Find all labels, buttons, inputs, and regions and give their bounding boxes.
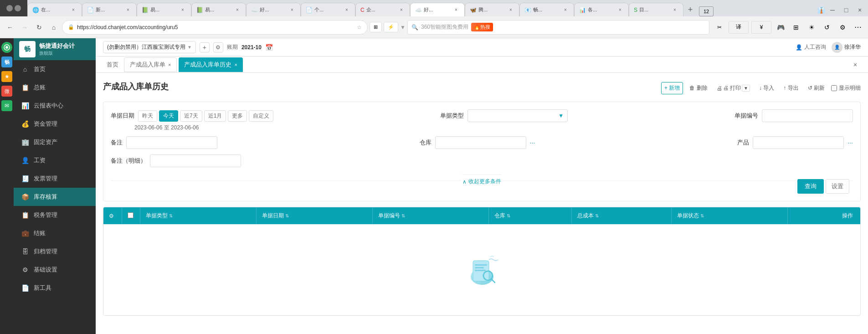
tab-parent-close[interactable]: ×	[168, 62, 171, 67]
help-service[interactable]: 👤 人工咨询	[796, 43, 826, 51]
sidebar-item-tax[interactable]: 📋 税务管理	[14, 206, 96, 224]
scissors-tool[interactable]: ✂	[713, 21, 726, 34]
tab-3[interactable]: 📗 易... ×	[137, 3, 191, 16]
app-icon-360[interactable]	[1, 42, 12, 53]
warehouse-dots-btn[interactable]: ···	[530, 139, 535, 146]
date-yesterday-btn[interactable]: 昨天	[138, 110, 157, 122]
import-button[interactable]: ↓ 导入	[756, 82, 777, 94]
tab-6-close[interactable]: ×	[343, 6, 350, 14]
date-7days-btn[interactable]: 近7天	[180, 110, 202, 122]
export-button[interactable]: ↑ 导出	[781, 82, 801, 94]
print-button[interactable]: 🖨 🖨 打印 ▼	[714, 82, 753, 94]
app-icon-chanjet[interactable]: 畅	[1, 57, 12, 67]
show-detail-label[interactable]: 显示明细	[831, 84, 861, 92]
tab-4-close[interactable]: ×	[234, 6, 241, 14]
back-nav-button[interactable]: ←	[4, 21, 16, 34]
sidebar-item-fixed-assets[interactable]: 🏢 固定资产	[14, 133, 96, 151]
tab-8[interactable]: ☁️ 好... ×	[410, 3, 465, 16]
tab-4[interactable]: 📗 易... ×	[191, 3, 246, 16]
tab-9[interactable]: 🦋 腾... ×	[465, 3, 519, 16]
tab-12-close[interactable]: ×	[671, 6, 678, 14]
url-bar[interactable]: 🔒 https://cloud.chanjet.com/accounting/u…	[62, 20, 368, 35]
user-avatar-area[interactable]: 👤 徐泽华	[832, 42, 861, 53]
forward-nav-button[interactable]: →	[18, 21, 31, 34]
sidebar-item-fund[interactable]: 💰 资金管理	[14, 115, 96, 133]
tab-2-close[interactable]: ×	[124, 6, 132, 14]
tab-7-close[interactable]: ×	[398, 6, 405, 14]
sun-tool[interactable]: ☀	[805, 21, 818, 34]
new-tab-button[interactable]: +	[683, 3, 697, 16]
date-1month-btn[interactable]: 近1月	[204, 110, 226, 122]
hot-search-tag[interactable]: 🔥热搜	[471, 23, 493, 31]
tab-7[interactable]: C 企... ×	[355, 3, 410, 16]
app-icon-star[interactable]: ★	[1, 71, 12, 82]
tab-2[interactable]: 📄 新... ×	[82, 3, 137, 16]
tab-8-close[interactable]: ×	[452, 6, 460, 14]
warehouse-input[interactable]	[435, 136, 526, 149]
sidebar-item-cloud-report[interactable]: 📊 云报表中心	[14, 97, 96, 115]
close-window-button[interactable]: ×	[853, 4, 866, 16]
yen-tool[interactable]: ¥	[751, 21, 771, 34]
translate-tool[interactable]: 译	[729, 21, 749, 34]
tab-1-close[interactable]: ×	[70, 6, 77, 14]
query-button[interactable]: 查询	[797, 179, 824, 194]
reset-tool[interactable]: ↺	[821, 21, 833, 34]
tab-current-history[interactable]: 产成品入库单历史 ×	[179, 57, 242, 72]
tab-6[interactable]: 📄 个... ×	[301, 3, 355, 16]
settings-search-button[interactable]: 设置	[826, 179, 849, 194]
tab-counter[interactable]: 12	[699, 6, 714, 16]
tab-10-close[interactable]: ×	[562, 6, 569, 14]
tab-current-close[interactable]: ×	[234, 62, 237, 67]
minimize-button[interactable]: ─	[826, 4, 839, 16]
sidebar-item-closing[interactable]: 💼 结账	[14, 224, 96, 242]
calendar-icon[interactable]: 📅	[265, 44, 273, 51]
add-company-button[interactable]: +	[200, 42, 210, 52]
sidebar-item-new-report[interactable]: 📄 新工具	[14, 279, 96, 297]
app-icon-weibo[interactable]: 微	[1, 86, 12, 97]
th-warehouse[interactable]: 仓库⇅	[488, 207, 571, 224]
th-gear[interactable]: ⚙	[103, 207, 122, 224]
date-more-btn[interactable]: 更多	[228, 110, 247, 122]
breadcrumb-home[interactable]: 首页	[103, 59, 122, 71]
home-nav-button[interactable]: ⌂	[47, 21, 60, 34]
tab-12[interactable]: S 目... ×	[629, 3, 683, 16]
game-tool[interactable]: 🎮	[774, 21, 787, 34]
product-input[interactable]	[753, 136, 844, 149]
page-close-button[interactable]: ×	[850, 59, 861, 70]
delete-button[interactable]: 🗑 删除	[687, 82, 710, 94]
refresh-nav-button[interactable]: ↻	[33, 21, 46, 34]
settings-tool[interactable]: ⚙	[836, 21, 849, 34]
th-checkbox[interactable]	[122, 207, 140, 224]
sidebar-item-payroll[interactable]: 👤 工资	[14, 151, 96, 170]
tab-1[interactable]: 🌐 在... ×	[27, 3, 82, 16]
more-tool[interactable]: ⋯	[852, 21, 864, 34]
tab-parent-list[interactable]: 产成品入库单 ×	[124, 57, 177, 72]
tab-5-close[interactable]: ×	[288, 6, 296, 14]
tab-5[interactable]: ☁️ 好... ×	[246, 3, 301, 16]
dropdown-arrow[interactable]: ▼	[400, 24, 406, 31]
company-selector[interactable]: (勿删勿禁用）江西服宝测试专用 ▼	[103, 41, 196, 53]
tab-10[interactable]: 📧 畅... ×	[519, 3, 574, 16]
number-input[interactable]	[762, 109, 853, 122]
bookmark-icon[interactable]: ☆	[357, 24, 362, 31]
sidebar-item-home[interactable]: ⌂ 首页	[14, 60, 96, 78]
tab-9-close[interactable]: ×	[507, 6, 514, 14]
lightning-button[interactable]: ⚡	[384, 22, 398, 32]
sidebar-item-invoice[interactable]: 🧾 发票管理	[14, 170, 96, 188]
add-button[interactable]: + 新增	[661, 82, 683, 94]
type-select[interactable]: ▼	[467, 109, 568, 122]
app-icon-mail[interactable]: ✉	[1, 100, 12, 111]
select-all-checkbox[interactable]	[128, 212, 134, 218]
maximize-button[interactable]: □	[840, 4, 853, 16]
sidebar-item-archive[interactable]: 🗄 归档管理	[14, 242, 96, 261]
tab-11-close[interactable]: ×	[616, 6, 624, 14]
note-detail-input[interactable]	[150, 154, 241, 167]
th-date[interactable]: 单据日期⇅	[256, 207, 372, 224]
forward-button[interactable]	[15, 5, 21, 11]
refresh-button[interactable]: ↺ 刷新	[805, 82, 827, 94]
sidebar-item-inventory[interactable]: 📦 库存核算	[14, 188, 96, 206]
search-360-text[interactable]: 360智能抠图免费用	[421, 23, 468, 31]
sidebar-item-ledger[interactable]: 📋 总账	[14, 78, 96, 97]
settings-gear-button[interactable]: ⚙	[213, 42, 223, 52]
date-custom-btn[interactable]: 自定义	[249, 110, 273, 122]
